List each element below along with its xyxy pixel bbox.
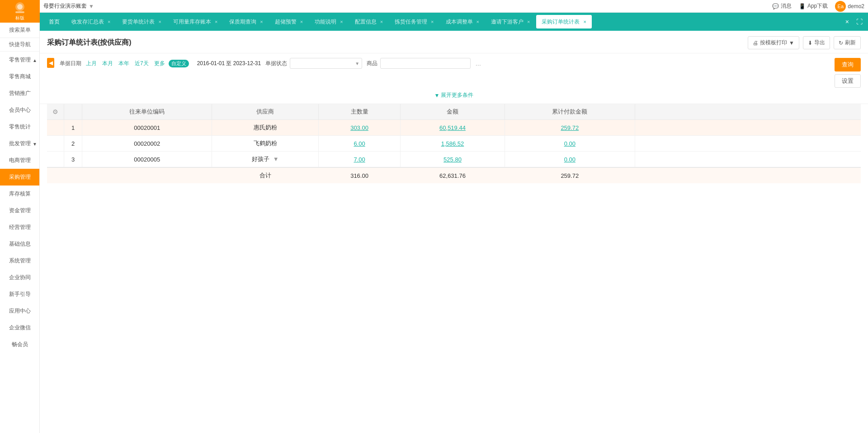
row1-amount[interactable]: 60,519.44: [400, 120, 505, 136]
setting-btn[interactable]: 设置: [835, 74, 861, 88]
row2-paid-amount[interactable]: 0.00: [505, 136, 635, 152]
sidebar-item-wholesale[interactable]: 批发管理 ▼: [0, 135, 39, 152]
goods-more-icon[interactable]: …: [475, 60, 481, 67]
query-actions: 查询 设置: [835, 58, 861, 88]
message-icon: 💬: [772, 3, 779, 10]
sidebar-shortcut[interactable]: 快捷导航: [0, 38, 39, 52]
sidebar-item-finance[interactable]: 资金管理: [0, 202, 39, 219]
tab-close-invite-downstream[interactable]: ×: [527, 19, 530, 24]
row1-paid-amount[interactable]: 259.72: [505, 120, 635, 136]
page-header: 采购订单统计表(按供应商) 🖨 按模板打印 ▼ ⬇ 导出 ↻ 刷新: [40, 31, 868, 53]
sidebar-item-operations[interactable]: 经营管理: [0, 219, 39, 236]
wholesale-arrow-icon: ▼: [33, 141, 37, 146]
tab-close-warranty[interactable]: ×: [260, 19, 263, 24]
sidebar-item-member[interactable]: 会员中心: [0, 102, 39, 119]
fullscreen-btn[interactable]: ⛶: [854, 17, 864, 26]
row2-unit-code: 00020002: [82, 136, 212, 152]
sidebar-item-retail-stats[interactable]: 零售统计: [0, 119, 39, 135]
filter-date-range-item: 2016-01-01 至 2023-12-31: [197, 60, 261, 67]
sidebar-item-inventory[interactable]: 库存核算: [0, 186, 39, 202]
tab-overstock-warning[interactable]: 超储预警 ×: [269, 15, 308, 29]
page-content: 采购订单统计表(按供应商) 🖨 按模板打印 ▼ ⬇ 导出 ↻ 刷新: [40, 31, 868, 433]
tab-close-overstock-warning[interactable]: ×: [300, 19, 303, 24]
export-btn[interactable]: ⬇ 导出: [803, 36, 830, 49]
expand-row-icon[interactable]: ▼: [273, 156, 279, 162]
col-supplier-header: 供应商: [212, 104, 319, 120]
user-menu[interactable]: Ea demo2: [835, 1, 864, 12]
app-download-btn[interactable]: 📱 App下载: [799, 2, 828, 10]
col-checkbox: ⚙: [47, 104, 64, 120]
close-all-tabs-btn[interactable]: ×: [844, 17, 851, 26]
tab-config-info[interactable]: 配置信息 ×: [349, 15, 388, 29]
tab-close-cost-adjust[interactable]: ×: [476, 19, 479, 24]
message-btn[interactable]: 💬 消息: [772, 2, 792, 10]
sidebar-item-vip[interactable]: 畅会员: [0, 336, 39, 353]
sidebar-item-new-guide[interactable]: 新手引导: [0, 286, 39, 303]
message-label: 消息: [781, 2, 792, 10]
tab-close-function-desc[interactable]: ×: [340, 19, 343, 24]
refresh-icon: ↻: [839, 40, 843, 46]
sidebar-item-system[interactable]: 系统管理: [0, 252, 39, 269]
tab-available-stock[interactable]: 可用量库存账本 ×: [168, 15, 223, 29]
column-settings-icon[interactable]: ⚙: [52, 108, 58, 115]
workspace-dropdown-icon: ▼: [89, 3, 94, 10]
sidebar-item-enterprise-wechat[interactable]: 企业微信: [0, 319, 39, 336]
query-btn[interactable]: 查询: [835, 58, 861, 71]
sidebar-item-enterprise[interactable]: 企业协同: [0, 269, 39, 286]
sidebar-item-ecommerce[interactable]: 电商管理: [0, 152, 39, 169]
filter-collapse-btn[interactable]: ◀: [47, 58, 54, 68]
sidebar-item-retail-store[interactable]: 零售商城: [0, 68, 39, 85]
tab-close-receive-summary[interactable]: ×: [108, 19, 110, 24]
tab-receive-summary[interactable]: 收发存汇总表 ×: [66, 15, 116, 29]
date-shortcuts: 上月 本月 本年 近7天 更多 自定义: [84, 59, 189, 68]
tab-close-purchase-stats[interactable]: ×: [583, 19, 586, 24]
tab-invite-downstream[interactable]: 邀请下游客户 ×: [486, 15, 535, 29]
status-select[interactable]: 全部 待审核 已审核 已关闭: [290, 58, 362, 69]
sidebar-item-app-center[interactable]: 应用中心: [0, 303, 39, 319]
print-btn[interactable]: 🖨 按模板打印 ▼: [748, 36, 799, 49]
sidebar-item-purchase[interactable]: 采购管理: [0, 169, 39, 186]
row2-quantity[interactable]: 6.00: [319, 136, 401, 152]
footer-summary-label: 合计: [212, 167, 319, 183]
tab-home[interactable]: 首页: [43, 15, 65, 29]
row3-amount[interactable]: 525.80: [400, 152, 505, 168]
tab-purchase-stats[interactable]: 采购订单统计表 ×: [536, 15, 591, 29]
col-paid-amount-header: 累计付款金额: [505, 104, 635, 120]
sidebar-item-marketing[interactable]: 营销推广: [0, 85, 39, 102]
row3-quantity[interactable]: 7.00: [319, 152, 401, 168]
row1-quantity[interactable]: 303.00: [319, 120, 401, 136]
workspace-selector[interactable]: 母婴行业演示账套 ▼: [43, 2, 94, 10]
row2-amount[interactable]: 1,586.52: [400, 136, 505, 152]
table-row: 1 00020001 惠氏奶粉 303.00 60,519.44 259.72: [47, 120, 861, 136]
sidebar-item-retail[interactable]: 零售管理 ▲: [0, 52, 39, 68]
tab-pick-task[interactable]: 拣货任务管理 ×: [389, 15, 439, 29]
goods-input[interactable]: [380, 58, 471, 69]
tab-warranty[interactable]: 保质期查询 ×: [224, 15, 268, 29]
tabbar: 首页 收发存汇总表 × 要货单统计表 × 可用量库存账本 × 保质期查询 × 超…: [40, 13, 868, 31]
sidebar-item-basic-info[interactable]: 基础信息: [0, 236, 39, 252]
expand-more-btn[interactable]: ▼ 展开更多条件: [434, 91, 474, 99]
date-shortcut-more[interactable]: 更多: [152, 59, 167, 68]
tab-close-pick-task[interactable]: ×: [431, 19, 434, 24]
main-area: 母婴行业演示账套 ▼ 💬 消息 📱 App下载 Ea demo2 首页 收发存汇…: [40, 0, 868, 433]
page-title: 采购订单统计表(按供应商): [47, 38, 132, 48]
date-shortcut-this-month[interactable]: 本月: [100, 59, 115, 68]
date-shortcut-last-month[interactable]: 上月: [84, 59, 99, 68]
tab-close-config-info[interactable]: ×: [380, 19, 383, 24]
row2-supplier: 飞鹤奶粉: [212, 136, 319, 152]
date-shortcut-this-year[interactable]: 本年: [117, 59, 131, 68]
row3-seq: 3: [64, 152, 82, 168]
refresh-btn[interactable]: ↻ 刷新: [834, 36, 861, 49]
topbar: 母婴行业演示账套 ▼ 💬 消息 📱 App下载 Ea demo2: [40, 0, 868, 13]
tab-order-summary[interactable]: 要货单统计表 ×: [117, 15, 166, 29]
tab-close-available-stock[interactable]: ×: [215, 19, 217, 24]
app-logo: 标版: [0, 0, 40, 23]
tab-cost-adjust[interactable]: 成本调整单 ×: [440, 15, 485, 29]
date-shortcut-7days[interactable]: 近7天: [133, 59, 151, 68]
table-row: 3 00020005 好孩子 ▼ 7.00 525.80 0.00: [47, 152, 861, 168]
footer-label: [82, 167, 212, 183]
tab-close-order-summary[interactable]: ×: [158, 19, 161, 24]
sidebar-search[interactable]: 搜索菜单: [0, 23, 39, 38]
row3-paid-amount[interactable]: 0.00: [505, 152, 635, 168]
tab-function-desc[interactable]: 功能说明 ×: [309, 15, 348, 29]
